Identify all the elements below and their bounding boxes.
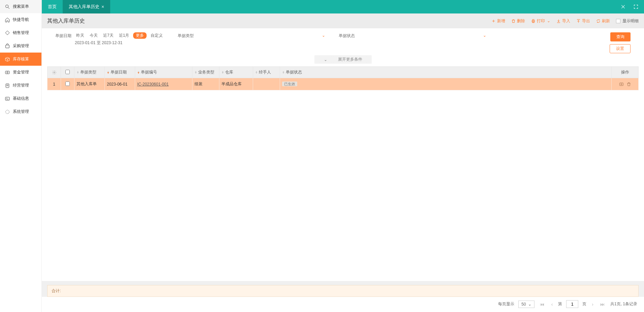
col-gear[interactable]: [48, 67, 61, 78]
close-all-button[interactable]: [618, 2, 628, 11]
svg-point-22: [621, 84, 622, 85]
summary-row: 合计:: [47, 285, 639, 297]
col-handler[interactable]: ▲▼经手人: [253, 67, 280, 78]
trash-icon[interactable]: [626, 82, 631, 87]
sidebar-item-baseinfo[interactable]: 基础信息: [0, 92, 41, 105]
col-date[interactable]: ▲▼单据日期: [105, 67, 135, 78]
svg-point-5: [7, 72, 8, 73]
gear-dashed-icon: [5, 109, 10, 115]
expand-conditions: ⌄展开更多条件: [55, 53, 631, 66]
row-checkbox[interactable]: [65, 82, 70, 86]
first-page-button[interactable]: ⏮: [539, 302, 546, 307]
svg-rect-4: [5, 71, 9, 74]
cell-biz: 组装: [192, 78, 219, 90]
search-icon: [5, 4, 10, 9]
svg-rect-2: [6, 45, 9, 48]
col-type[interactable]: ▲▼单据类型: [74, 67, 105, 78]
tab-other-inbound-history[interactable]: 其他入库单历史 ×: [63, 0, 110, 13]
filter-type-select[interactable]: ⌄: [197, 32, 325, 38]
cell-index: 1: [48, 78, 61, 90]
filter-status: 单据状态 ⌄: [339, 32, 486, 39]
filter-status-select[interactable]: ⌄: [358, 32, 486, 38]
per-page-label: 每页显示: [498, 301, 514, 307]
select-all-checkbox[interactable]: [65, 70, 70, 74]
date-today[interactable]: 今天: [88, 32, 99, 39]
filter-type-label: 单据类型: [178, 32, 194, 39]
sidebar-item-label: 搜索菜单: [13, 4, 29, 9]
date-7d[interactable]: 近7天: [102, 32, 115, 39]
checkbox-icon: [616, 19, 620, 23]
date-1m[interactable]: 近1月: [118, 32, 131, 39]
chevron-down-icon: ⌄: [528, 302, 531, 307]
tab-home[interactable]: 首页: [42, 0, 63, 13]
sidebar-item-search[interactable]: 搜索菜单: [0, 0, 41, 13]
sidebar-item-label: 经营管理: [13, 83, 29, 88]
last-page-button[interactable]: ⏭: [599, 302, 606, 307]
header-actions: 新增 删除 打印⌄ 导入 导出 刷新 显示明细: [491, 18, 639, 24]
home-icon: [5, 17, 10, 23]
sidebar-item-business[interactable]: 经营管理: [0, 79, 41, 92]
sidebar-item-label: 快捷导航: [13, 17, 29, 23]
tab-label: 首页: [48, 4, 57, 10]
doc-no-link[interactable]: IC-20230601-001: [137, 82, 168, 87]
view-icon[interactable]: [619, 82, 624, 87]
pagination: 每页显示 50⌄ ⏮ ‹ 第 页 › ⏭ 共1页, 1条记录: [42, 297, 644, 312]
sidebar-item-system[interactable]: 系统管理: [0, 105, 41, 118]
sidebar-item-inventory[interactable]: 库存核算: [0, 53, 41, 66]
date-more[interactable]: 更多: [133, 32, 147, 39]
show-detail-toggle[interactable]: 显示明细: [616, 18, 639, 24]
col-biz[interactable]: ▲▼业务类型: [192, 67, 219, 78]
main: 首页 其他入库单历史 × 其他入库单历史 新增 删除 打印⌄ 导入 导出 刷新: [42, 0, 644, 312]
cell-select[interactable]: [61, 78, 74, 90]
chevron-down-icon: ⌄: [319, 57, 332, 63]
per-page-select[interactable]: 50⌄: [518, 301, 534, 308]
sidebar-item-sales[interactable]: 销售管理: [0, 26, 41, 39]
table-wrap: ▲▼单据类型 ▲▼单据日期 ▲▼单据编号 ▲▼业务类型 ▲▼仓库 ▲▼经手人 ▲…: [42, 66, 644, 281]
page-prefix: 第: [558, 301, 562, 307]
settings-button[interactable]: 设置: [610, 44, 631, 53]
prev-page-button[interactable]: ‹: [550, 302, 554, 307]
page-input[interactable]: [566, 300, 578, 308]
clipboard-icon: [5, 83, 10, 88]
gear-icon: [50, 70, 59, 75]
expand-conditions-button[interactable]: ⌄展开更多条件: [314, 55, 372, 64]
sidebar-item-label: 资金管理: [13, 69, 29, 75]
fullscreen-button[interactable]: [631, 2, 641, 11]
col-no[interactable]: ▲▼单据编号: [135, 67, 192, 78]
close-icon[interactable]: ×: [101, 4, 104, 9]
cell-wh: 半成品仓库: [219, 78, 253, 90]
cell-date: 2023-06-01: [105, 78, 135, 90]
col-wh[interactable]: ▲▼仓库: [219, 67, 253, 78]
chevron-down-icon: ⌄: [547, 19, 550, 23]
svg-point-20: [54, 72, 55, 73]
svg-line-1: [8, 7, 9, 9]
export-button[interactable]: 导出: [576, 18, 590, 24]
table-row[interactable]: 1 其他入库单 2023-06-01 IC-20230601-001 组装 半成…: [48, 78, 639, 90]
col-status[interactable]: ▲▼单据状态: [280, 67, 612, 78]
sidebar-item-label: 采购管理: [13, 43, 29, 49]
cell-ops: [612, 78, 639, 90]
sidebar-item-purchase[interactable]: 采购管理: [0, 39, 41, 53]
page-header: 其他入库单历史 新增 删除 打印⌄ 导入 导出 刷新 显示明细: [42, 13, 644, 28]
print-button[interactable]: 打印⌄: [531, 18, 550, 24]
svg-rect-21: [619, 83, 623, 85]
refresh-button[interactable]: 刷新: [596, 18, 610, 24]
next-page-button[interactable]: ›: [590, 302, 595, 307]
query-button[interactable]: 查询: [610, 32, 631, 41]
sidebar-item-label: 基础信息: [13, 96, 29, 101]
add-button[interactable]: 新增: [491, 18, 505, 24]
import-button[interactable]: 导入: [556, 18, 570, 24]
svg-rect-9: [5, 97, 9, 100]
cell-no: IC-20230601-001: [135, 78, 192, 90]
delete-button[interactable]: 删除: [511, 18, 525, 24]
cell-status: 已生效: [280, 78, 612, 90]
col-select-all[interactable]: [61, 67, 74, 78]
sidebar-item-funds[interactable]: 资金管理: [0, 66, 41, 79]
sidebar-item-label: 库存核算: [13, 56, 29, 62]
svg-point-0: [6, 5, 8, 7]
date-yesterday[interactable]: 昨天: [75, 32, 86, 39]
date-custom[interactable]: 自定义: [149, 32, 164, 39]
chevron-down-icon: ⌄: [322, 33, 325, 38]
sidebar-item-quicknav[interactable]: 快捷导航: [0, 13, 41, 26]
data-table: ▲▼单据类型 ▲▼单据日期 ▲▼单据编号 ▲▼业务类型 ▲▼仓库 ▲▼经手人 ▲…: [47, 66, 639, 90]
